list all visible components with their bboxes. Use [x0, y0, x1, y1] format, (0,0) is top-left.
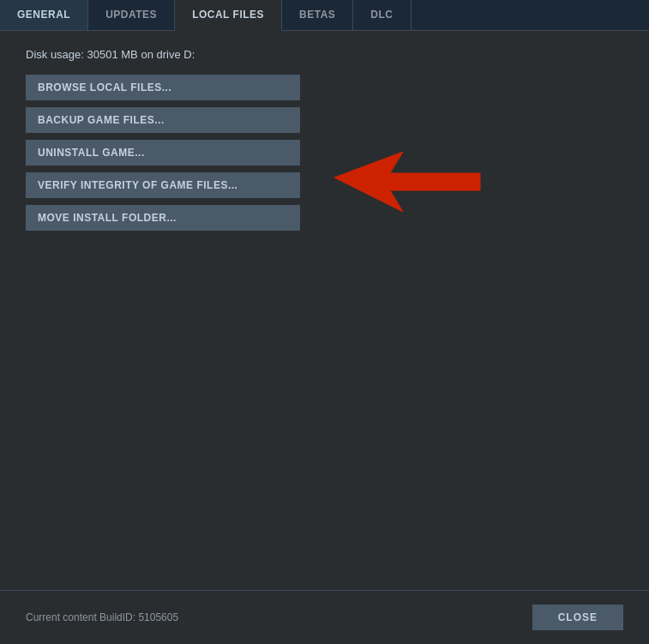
move-install-folder-button[interactable]: MOVE INSTALL FOLDER... [26, 205, 300, 231]
footer: Current content BuildID: 5105605 CLOSE [0, 590, 649, 644]
build-id-label: Current content BuildID: 5105605 [26, 611, 178, 623]
close-button[interactable]: CLOSE [532, 605, 623, 630]
red-arrow-icon [317, 147, 489, 216]
disk-usage-label: Disk usage: 30501 MB on drive D: [26, 48, 623, 61]
action-buttons-section: BROWSE LOCAL FILES... BACKUP GAME FILES.… [26, 75, 623, 231]
verify-integrity-button[interactable]: VERIFY INTEGRITY OF GAME FILES... [26, 172, 300, 198]
browse-local-files-button[interactable]: BROWSE LOCAL FILES... [26, 75, 300, 100]
tab-betas[interactable]: BETAS [282, 0, 353, 30]
tab-general[interactable]: GENERAL [0, 0, 88, 30]
tab-updates[interactable]: UPDATES [88, 0, 175, 30]
svg-marker-0 [334, 152, 480, 212]
tab-dlc[interactable]: DLC [353, 0, 411, 30]
uninstall-game-button[interactable]: UNINSTALL GAME... [26, 140, 300, 166]
steam-properties-dialog: GENERAL UPDATES LOCAL FILES BETAS DLC Di… [0, 0, 649, 644]
tab-bar: GENERAL UPDATES LOCAL FILES BETAS DLC [0, 0, 649, 31]
tab-local-files[interactable]: LOCAL FILES [175, 0, 282, 31]
arrow-annotation [317, 147, 489, 216]
backup-game-files-button[interactable]: BACKUP GAME FILES... [26, 107, 300, 133]
main-content: Disk usage: 30501 MB on drive D: BROWSE … [0, 31, 649, 590]
